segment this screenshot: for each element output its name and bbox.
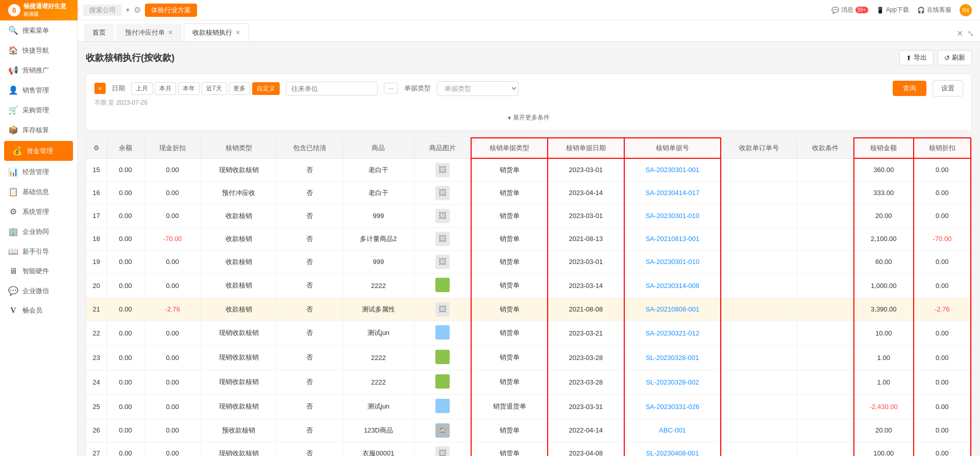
cell-cancel-bill-no[interactable]: SL-20230328-002 (624, 370, 721, 394)
receipt-type-select[interactable]: 单据类型 (437, 81, 519, 96)
sidebar-item-hardware[interactable]: 🖥 智能硬件 (0, 261, 77, 281)
expand-more-btn[interactable]: ▾ 展开更多条件 (94, 111, 963, 124)
col-setting[interactable]: ⚙ (86, 138, 107, 158)
export-icon: ⬆ (906, 54, 912, 62)
guide-icon: 📖 (8, 247, 18, 256)
cell-cancel-bill-no[interactable]: SA-20230301-010 (624, 250, 721, 273)
cell-include-settled: 否 (277, 227, 343, 250)
purchase-icon: 🛒 (8, 105, 18, 115)
industry-btn[interactable]: 体验行业方案 (145, 4, 197, 17)
sidebar-item-quick-nav[interactable]: 🏠 快捷导航 (0, 40, 77, 60)
cancel-bill-no-link[interactable]: SA-20230414-017 (646, 189, 700, 197)
sidebar-item-guide[interactable]: 📖 新手引导 (0, 242, 77, 261)
sidebar: 🔍 搜索菜单 🏠 快捷导航 📢 营销推广 👤 销售管理 🛒 采购管理 📦 (0, 20, 78, 456)
sidebar-item-marketing[interactable]: 📢 营销推广 (0, 60, 77, 80)
cancel-bill-no-link[interactable]: SA-20230314-008 (646, 282, 700, 290)
date-label: 日期 (112, 84, 125, 93)
sidebar-label-hardware: 智能硬件 (22, 267, 49, 276)
sidebar-item-inventory[interactable]: 📦 库存核算 (0, 120, 77, 140)
cell-cancel-bill-no[interactable]: SA-20230301-001 (624, 158, 721, 181)
date-btn-this-month[interactable]: 本月 (155, 82, 176, 95)
cell-cancel-bill-no[interactable]: SA-20230301-010 (624, 204, 721, 227)
dropdown-icon[interactable]: ▾ (126, 6, 130, 14)
cell-receipt-order-no (721, 227, 797, 250)
tab-prepay-close[interactable]: ✕ (168, 29, 173, 36)
cell-cancel-bill-no[interactable]: SA-20230331-026 (624, 394, 721, 419)
cancel-bill-no-link[interactable]: SA-20230331-026 (646, 403, 700, 411)
cell-cash-discount: 0.00 (144, 321, 201, 345)
tab-receipt-cancel-close[interactable]: ✕ (235, 29, 240, 36)
refresh-btn[interactable]: ↺ 刷新 (938, 50, 972, 65)
cancel-bill-no-link[interactable]: SA-20230301-010 (646, 212, 700, 220)
date-btn-custom[interactable]: 自定义 (252, 82, 280, 95)
cancel-bill-no-link[interactable]: SL-20230328-002 (646, 378, 699, 386)
date-btn-this-year[interactable]: 本年 (178, 82, 200, 95)
cell-cancel-bill-type: 销货单 (471, 370, 548, 394)
cell-cancel-bill-no[interactable]: SA-20230414-017 (624, 181, 721, 204)
date-btn-more[interactable]: 更多 (229, 82, 250, 95)
sidebar-label-guide: 新手引导 (22, 247, 49, 256)
cancel-bill-no-link[interactable]: SL-20230408-001 (646, 449, 699, 456)
cell-cash-discount: -2.76 (144, 298, 201, 321)
export-btn[interactable]: ⬆ 导出 (899, 50, 934, 65)
cancel-bill-no-link[interactable]: ABC-001 (659, 426, 686, 434)
query-btn[interactable]: 查询 (893, 81, 926, 96)
cell-cancel-bill-no[interactable]: SA-20210808-001 (624, 298, 721, 321)
from-unit-input[interactable] (286, 82, 378, 95)
product-img-placeholder: 🖼 (435, 255, 450, 269)
cell-cancel-bill-no[interactable]: SA-20210813-001 (624, 227, 721, 250)
cell-cancel-bill-no[interactable]: ABC-001 (624, 419, 721, 442)
online-service-btn[interactable]: 🎧 在线客服 (917, 6, 951, 14)
cancel-bill-no-link[interactable]: SA-20230321-012 (646, 329, 700, 337)
cancel-bill-no-link[interactable]: SA-20210813-001 (646, 235, 700, 243)
page-actions: ⬆ 导出 ↺ 刷新 (899, 50, 972, 65)
cancel-bill-no-link[interactable]: SA-20230301-010 (646, 258, 700, 266)
tab-receipt-cancel[interactable]: 收款核销执行 ✕ (184, 23, 249, 41)
sidebar-item-basic-info[interactable]: 📋 基础信息 (0, 182, 77, 202)
date-btn-last-month[interactable]: 上月 (131, 82, 153, 95)
sidebar-item-enterprise[interactable]: 🏢 企业协同 (0, 222, 77, 242)
cell-product: 999 (342, 204, 414, 227)
cell-cancel-bill-no[interactable]: SA-20230321-012 (624, 321, 721, 345)
date-btn-7days[interactable]: 近7天 (202, 82, 227, 95)
user-avatar[interactable]: Rit (960, 4, 972, 16)
cell-cancel-discount: 0.00 (914, 273, 971, 298)
cell-cancel-amount: 1,000.00 (854, 273, 914, 298)
ellipsis-btn[interactable]: ··· (384, 83, 398, 94)
product-img-placeholder: 🖼 (435, 302, 450, 317)
cell-cancel-bill-type: 销货单 (471, 227, 548, 250)
sidebar-item-wechat[interactable]: 💬 企业微信 (0, 281, 77, 301)
cancel-bill-no-link[interactable]: SA-20230301-001 (646, 166, 700, 174)
sidebar-item-sales[interactable]: 👤 销售管理 (0, 80, 77, 100)
gear-icon[interactable]: ⚙ (134, 5, 141, 15)
cell-receipt-condition (797, 419, 854, 442)
setting-btn[interactable]: 设置 (933, 80, 963, 97)
filter-expand-btn[interactable]: » (94, 83, 106, 94)
tab-expand-icon[interactable]: ⤡ (967, 29, 974, 38)
sidebar-item-member[interactable]: V 畅会员 (0, 301, 77, 320)
product-img-photo (435, 399, 450, 413)
cell-product: 123D商品 (342, 419, 414, 442)
sidebar-item-purchase[interactable]: 🛒 采购管理 (0, 100, 77, 120)
cell-cancel-bill-no[interactable]: SL-20230408-001 (624, 442, 721, 456)
app-download-btn[interactable]: 📱 App下载 (876, 6, 909, 14)
cell-receipt-condition (797, 158, 854, 181)
tab-close-all-icon[interactable]: ✕ (957, 29, 963, 38)
cell-product-img: 🖼 (414, 227, 471, 250)
sidebar-item-business[interactable]: 📊 经营管理 (0, 162, 77, 182)
cell-cancel-bill-no[interactable]: SL-20230328-001 (624, 345, 721, 370)
table-row: 27 0.00 0.00 现销收款核销 否 衣服00001 🖼 销货单 2023… (86, 442, 971, 456)
messages-btn[interactable]: 💬 消息 99+ (831, 6, 868, 14)
table-row: 26 0.00 0.00 预收款核销 否 123D商品 🏠 销货单 2022-0… (86, 419, 971, 442)
tab-home[interactable]: 首页 (84, 23, 114, 41)
company-name: 搜索公司 (83, 5, 122, 16)
cancel-bill-no-link[interactable]: SA-20210808-001 (646, 305, 700, 313)
tab-prepay[interactable]: 预付冲应付单 ✕ (116, 23, 182, 41)
cell-cancel-bill-no[interactable]: SA-20230314-008 (624, 273, 721, 298)
sidebar-item-search[interactable]: 🔍 搜索菜单 (0, 20, 77, 40)
sidebar-item-finance[interactable]: 💰 资金管理 (4, 141, 73, 161)
cell-cancel-type: 预收款核销 (201, 419, 276, 442)
cell-include-settled: 否 (277, 298, 343, 321)
cancel-bill-no-link[interactable]: SL-20230328-001 (646, 354, 699, 362)
sidebar-item-system[interactable]: ⚙ 系统管理 (0, 202, 77, 222)
